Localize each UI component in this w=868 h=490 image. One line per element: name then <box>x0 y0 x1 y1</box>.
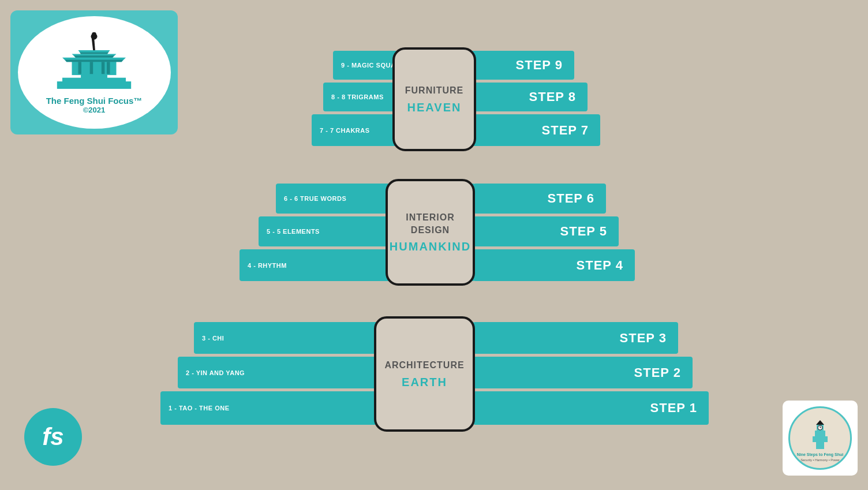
bar-step4-step: STEP 4 <box>577 258 635 273</box>
bar-step9-step: STEP 9 <box>516 58 574 73</box>
svg-rect-8 <box>107 61 110 74</box>
nine-steps-icon <box>800 414 840 452</box>
heaven-card-subtitle: HEAVEN <box>407 101 462 114</box>
bar-step1-step: STEP 1 <box>650 401 709 416</box>
earth-card-subtitle: EARTH <box>402 376 447 389</box>
logo-inner: The Feng Shui Focus™ ©2021 <box>18 16 171 129</box>
bar-step5-right: STEP 5 <box>473 216 619 246</box>
svg-rect-7 <box>102 61 105 74</box>
heaven-card-title: FURNITURE <box>405 84 463 97</box>
nine-steps-title: Nine Steps to Feng Shui <box>797 452 844 457</box>
fs-circle: fs <box>24 408 82 466</box>
humankind-card-subtitle: HUMANKIND <box>390 240 471 253</box>
bar-step2-label: 2 - YIN AND YANG <box>178 369 245 376</box>
bar-step3-label: 3 - CHI <box>194 335 224 342</box>
logo-year: ©2021 <box>83 106 106 114</box>
humankind-card-title2: DESIGN <box>411 224 450 237</box>
temple-icon <box>48 31 140 95</box>
heaven-card: FURNITURE HEAVEN <box>392 47 476 151</box>
svg-marker-14 <box>80 52 108 54</box>
bar-step8-right: STEP 8 <box>473 83 588 111</box>
bar-step2-step: STEP 2 <box>634 365 693 380</box>
svg-rect-1 <box>62 77 126 83</box>
bar-step5-label: 5 - 5 ELEMENTS <box>259 228 320 235</box>
svg-marker-12 <box>74 55 114 58</box>
svg-point-17 <box>92 32 96 35</box>
bar-step6-step: STEP 6 <box>548 191 606 206</box>
svg-marker-10 <box>65 59 124 62</box>
bar-step6-label: 6 - 6 TRUE WORDS <box>276 195 346 202</box>
bar-step4-right: STEP 4 <box>473 249 635 281</box>
svg-rect-5 <box>78 61 82 74</box>
bar-step4-label: 4 - RHYTHM <box>240 262 287 269</box>
bar-step6-right: STEP 6 <box>473 184 606 214</box>
bar-step7-step: STEP 7 <box>542 123 600 138</box>
earth-card: ARCHITECTURE EARTH <box>374 316 475 432</box>
bar-step2-right: STEP 2 <box>473 357 693 388</box>
bar-step3-step: STEP 3 <box>620 331 678 346</box>
bar-step3-right: STEP 3 <box>473 322 678 354</box>
svg-rect-6 <box>90 61 93 74</box>
logo-container: The Feng Shui Focus™ ©2021 <box>10 10 178 134</box>
bar-step1-label: 1 - TAO - THE ONE <box>160 405 229 412</box>
bar-step1-right: STEP 1 <box>473 391 709 425</box>
humankind-card: INTERIOR DESIGN HUMANKIND <box>386 179 475 286</box>
svg-marker-22 <box>816 420 824 425</box>
bar-step8-label: 8 - 8 TRIGRAMS <box>323 93 384 100</box>
humankind-card-title1: INTERIOR <box>406 211 454 224</box>
bar-step5-step: STEP 5 <box>560 224 619 239</box>
fs-label: fs <box>42 423 63 451</box>
nine-steps-badge: Nine Steps to Feng Shui Security • Harmo… <box>783 401 858 476</box>
bar-step7-label: 7 - 7 CHAKRAS <box>312 127 370 134</box>
nine-steps-subtitle: Security • Harmony • Power <box>800 458 840 462</box>
earth-card-title: ARCHITECTURE <box>384 359 464 372</box>
bar-step8-step: STEP 8 <box>529 89 588 104</box>
bar-step9-right: STEP 9 <box>473 51 574 80</box>
nine-steps-circle: Nine Steps to Feng Shui Security • Harmo… <box>788 406 852 470</box>
logo-title: The Feng Shui Focus™ <box>46 96 143 106</box>
bar-step7-right: STEP 7 <box>473 114 600 146</box>
